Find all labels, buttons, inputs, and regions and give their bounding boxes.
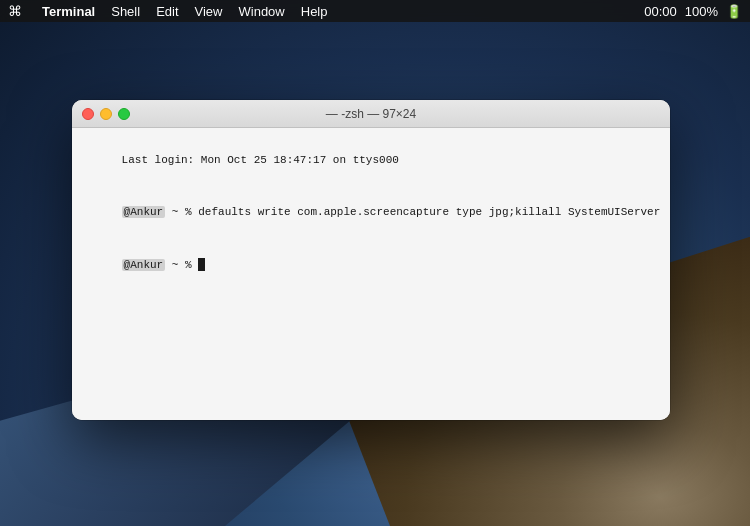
terminal-content[interactable]: Last login: Mon Oct 25 18:47:17 on ttys0… (72, 128, 670, 420)
terminal-window: — -zsh — 97×24 Last login: Mon Oct 25 18… (72, 100, 670, 420)
battery-percent: 100% (685, 4, 718, 19)
command-line-2: @Ankur ~ % (82, 240, 660, 293)
command-line-1: @Ankur ~ % defaults write com.apple.scre… (82, 187, 660, 240)
menu-shell[interactable]: Shell (111, 4, 140, 19)
menu-bar-right: 00:00 100% 🔋 (644, 4, 750, 19)
time-display: 00:00 (644, 4, 677, 19)
minimize-button[interactable] (100, 108, 112, 120)
prompt-1: ~ % (165, 206, 198, 218)
menu-bar-left: ⌘ Terminal Shell Edit View Window Help (0, 3, 328, 19)
battery-icon: 🔋 (726, 4, 742, 19)
prompt-2: ~ % (165, 259, 198, 271)
window-title: — -zsh — 97×24 (326, 107, 416, 121)
apple-logo-icon: ⌘ (8, 3, 22, 19)
traffic-lights (82, 108, 130, 120)
menu-window[interactable]: Window (239, 4, 285, 19)
menu-view[interactable]: View (195, 4, 223, 19)
user-badge-2: @Ankur (122, 259, 166, 271)
close-button[interactable] (82, 108, 94, 120)
command-1: defaults write com.apple.screencapture t… (198, 206, 660, 218)
last-login-line: Last login: Mon Oct 25 18:47:17 on ttys0… (82, 134, 660, 187)
menu-help[interactable]: Help (301, 4, 328, 19)
app-name[interactable]: Terminal (42, 4, 95, 19)
menu-edit[interactable]: Edit (156, 4, 178, 19)
menu-bar: ⌘ Terminal Shell Edit View Window Help 0… (0, 0, 750, 22)
terminal-titlebar: — -zsh — 97×24 (72, 100, 670, 128)
cursor (198, 258, 205, 271)
maximize-button[interactable] (118, 108, 130, 120)
user-badge-1: @Ankur (122, 206, 166, 218)
